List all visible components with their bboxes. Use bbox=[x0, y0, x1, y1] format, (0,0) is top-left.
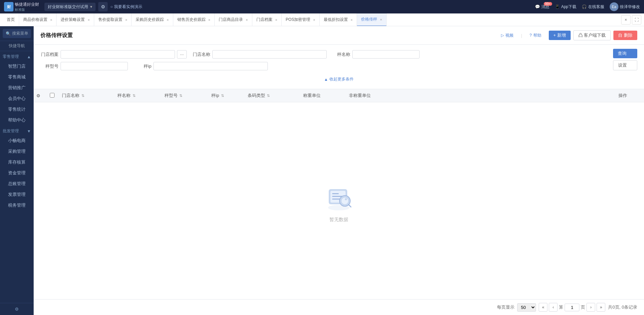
scale-name-field: 秤名称 bbox=[332, 50, 420, 59]
top-bar: 财 畅捷通好业财 标准版 好业财标准版交付试用 ▾ ⚙ ○ 我要看实例演示 💬 … bbox=[0, 0, 644, 13]
last-page-btn[interactable]: » bbox=[597, 303, 605, 312]
avatar: Ea bbox=[610, 2, 618, 11]
prev-page-btn[interactable]: ‹ bbox=[549, 303, 558, 312]
select-all-checkbox[interactable] bbox=[50, 93, 55, 98]
sidebar-item-retail-stats[interactable]: 零售统计 bbox=[0, 104, 34, 115]
scale-ip-label: 秤ip bbox=[133, 63, 151, 69]
messages-btn[interactable]: 💬 消息 99+ bbox=[535, 4, 549, 10]
tab-goods-price[interactable]: 商品价格设置 × bbox=[19, 13, 57, 26]
sidebar-item-purchase[interactable]: 采购管理 bbox=[0, 146, 34, 157]
close-icon[interactable]: × bbox=[167, 18, 169, 22]
sidebar-item-member[interactable]: 会员中心 bbox=[0, 93, 34, 104]
user-profile-btn[interactable]: Ea 徐泽华修改 bbox=[610, 2, 640, 11]
sidebar-item-invoice[interactable]: 发票管理 bbox=[0, 189, 34, 200]
demo-link-text: 我要看实例演示 bbox=[114, 4, 142, 10]
tab-min-discount[interactable]: 最低折扣设置 × bbox=[320, 13, 357, 26]
tab-sales-history[interactable]: 销售历史价跟踪 × bbox=[173, 13, 215, 26]
sidebar-section-retail[interactable]: 零售管理 ▲ bbox=[0, 51, 34, 61]
tab-pos[interactable]: POS加密管理 × bbox=[282, 13, 320, 26]
sort-icon[interactable]: ⇅ bbox=[81, 94, 84, 98]
tab-close-btn[interactable]: × bbox=[621, 15, 631, 25]
sidebar-section-wholesale[interactable]: 批发管理 ▼ bbox=[0, 126, 34, 135]
sort-icon[interactable]: ⇅ bbox=[133, 94, 136, 98]
th-scale-name: 秤名称 ⇅ bbox=[115, 89, 162, 102]
close-icon[interactable]: × bbox=[125, 18, 127, 22]
search-panel: 门店档案 ··· 门店名称 秤名称 秤型号 bbox=[34, 45, 644, 89]
settings-icon[interactable]: ⚙ bbox=[36, 93, 40, 98]
store-file-input[interactable] bbox=[61, 50, 175, 59]
settings-icon-btn[interactable]: ⚙ bbox=[98, 2, 108, 11]
tab-home[interactable]: 首页 bbox=[3, 13, 19, 26]
store-name-field: 门店名称 bbox=[192, 50, 327, 59]
close-icon[interactable]: × bbox=[275, 18, 277, 22]
logo-icon: 财 bbox=[4, 2, 13, 11]
user-name: 徐泽华修改 bbox=[620, 4, 640, 10]
video-icon: ▷ bbox=[501, 33, 504, 38]
demo-link[interactable]: ○ 我要看实例演示 bbox=[110, 4, 142, 10]
delete-btn[interactable]: 自 删除 bbox=[613, 31, 637, 40]
help-icon: ? bbox=[530, 33, 532, 38]
tab-store-catalog[interactable]: 门店商品目录 × bbox=[215, 13, 252, 26]
top-center: 好业财标准版交付试用 ▾ ⚙ ○ 我要看实例演示 bbox=[44, 2, 535, 11]
sidebar-settings-btn[interactable]: ⚙ bbox=[0, 303, 34, 315]
store-name-label: 门店名称 bbox=[192, 51, 210, 58]
gear-icon: ⚙ bbox=[15, 307, 19, 312]
store-name-input[interactable] bbox=[212, 50, 327, 59]
sort-icon[interactable]: ⇅ bbox=[221, 94, 224, 98]
query-btn[interactable]: 查询 bbox=[613, 49, 637, 58]
sidebar-item-inventory[interactable]: 库存核算 bbox=[0, 157, 34, 168]
quick-nav-btn[interactable]: 快捷导航 bbox=[0, 41, 34, 51]
close-icon[interactable]: × bbox=[313, 18, 315, 22]
page-label: 算 bbox=[559, 304, 563, 310]
tab-sale-price[interactable]: 售价提取设置 × bbox=[94, 13, 132, 26]
sidebar-item-tax[interactable]: 税务管理 bbox=[0, 200, 34, 211]
sidebar-item-ledger[interactable]: 总账管理 bbox=[0, 178, 34, 189]
sort-icon[interactable]: ⇅ bbox=[267, 94, 270, 98]
online-service-btn[interactable]: 🎧 在线客服 bbox=[582, 4, 604, 10]
tab-bar-controls: × ⛶ bbox=[621, 15, 641, 25]
collapse-row: ▲ 收起更多条件 bbox=[40, 74, 637, 86]
table-area: ⚙ 门店名称 ⇅ 秤名称 ⇅ bbox=[34, 89, 644, 299]
add-btn[interactable]: + 新增 bbox=[549, 31, 571, 40]
per-page-select[interactable]: 20 50 100 200 bbox=[517, 303, 536, 312]
sidebar-item-finance[interactable]: 资金管理 bbox=[0, 168, 34, 178]
download-client-btn[interactable]: 凸 客户端下载 bbox=[573, 30, 611, 40]
next-page-btn[interactable]: › bbox=[586, 303, 595, 312]
first-page-btn[interactable]: « bbox=[539, 303, 547, 312]
messages-badge: 99+ bbox=[544, 2, 552, 6]
page-input[interactable] bbox=[565, 304, 579, 311]
tab-purchase-history[interactable]: 采购历史价跟踪 × bbox=[132, 13, 173, 26]
sidebar-item-smart-store[interactable]: 智慧门店 bbox=[0, 61, 34, 72]
video-btn[interactable]: ▷ 视频 bbox=[496, 31, 518, 40]
version-selector[interactable]: 好业财标准版交付试用 ▾ bbox=[44, 3, 96, 11]
page-unit: 页 bbox=[581, 304, 585, 310]
help-btn[interactable]: ? 帮助 bbox=[525, 31, 546, 40]
sidebar-item-marketing[interactable]: 营销推广 bbox=[0, 82, 34, 93]
settings-search-btn[interactable]: 设置 bbox=[613, 60, 637, 70]
app-download-btn[interactable]: 📱 App下载 bbox=[555, 4, 576, 10]
search-menu-btn[interactable]: 🔍 搜索菜单 bbox=[3, 29, 31, 38]
close-icon[interactable]: × bbox=[208, 18, 210, 22]
scale-model-input[interactable] bbox=[61, 62, 128, 70]
close-icon[interactable]: × bbox=[351, 18, 353, 22]
scale-ip-input[interactable] bbox=[153, 62, 268, 70]
tab-expand-btn[interactable]: ⛶ bbox=[632, 15, 641, 25]
tab-purchase-strategy[interactable]: 进价策略设置 × bbox=[57, 13, 94, 26]
close-icon[interactable]: × bbox=[246, 18, 248, 22]
store-file-select-btn[interactable]: ··· bbox=[177, 50, 187, 59]
tab-price-scale[interactable]: 价格传秤 × bbox=[357, 13, 386, 26]
search-row-2: 秤型号 秤ip bbox=[40, 62, 637, 70]
sidebar-item-help[interactable]: 帮助中心 bbox=[0, 115, 34, 126]
close-icon[interactable]: × bbox=[380, 18, 382, 22]
tab-store-file[interactable]: 门店档案 × bbox=[252, 13, 282, 26]
sidebar-item-retail-mall[interactable]: 零售商城 bbox=[0, 72, 34, 82]
search-menu-label: 搜索菜单 bbox=[12, 31, 28, 36]
sort-icon[interactable]: ⇅ bbox=[179, 94, 182, 98]
close-icon[interactable]: × bbox=[87, 18, 90, 22]
close-icon[interactable]: × bbox=[50, 18, 52, 22]
sidebar-item-ecommerce[interactable]: 小畅电商 bbox=[0, 135, 34, 146]
collapse-btn[interactable]: ▲ 收起更多条件 bbox=[319, 75, 359, 83]
scale-name-input[interactable] bbox=[352, 50, 420, 59]
per-page-label: 每页显示 bbox=[497, 304, 514, 310]
store-file-label: 门店档案 bbox=[40, 51, 59, 58]
